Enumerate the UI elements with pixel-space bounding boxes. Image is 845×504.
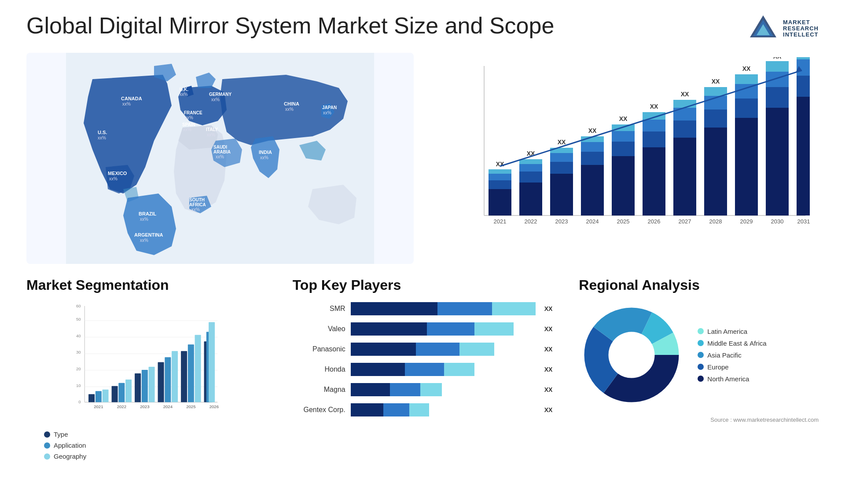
donut-chart-svg <box>579 302 684 408</box>
svg-rect-38 <box>489 189 511 215</box>
svg-text:CHINA: CHINA <box>284 101 299 106</box>
svg-text:xx%: xx% <box>216 154 224 159</box>
svg-text:ARGENTINA: ARGENTINA <box>134 232 163 237</box>
logo: MARKET RESEARCH INTELLECT <box>748 13 819 44</box>
svg-rect-63 <box>612 142 635 156</box>
svg-rect-81 <box>704 110 727 128</box>
dot-latin-america <box>698 328 704 334</box>
svg-text:XX: XX <box>742 65 751 72</box>
hbar-label-3: Honda <box>293 365 345 373</box>
svg-text:FRANCE: FRANCE <box>184 110 202 115</box>
hbar-track-3 <box>351 363 536 376</box>
legend-europe: Europe <box>698 363 766 371</box>
segmentation-section: Market Segmentation 0 10 20 30 40 50 60 <box>26 277 266 460</box>
legend-north-america: North America <box>698 375 766 383</box>
hbar-track-2 <box>351 343 536 356</box>
hbar-label-1: Valeo <box>293 325 345 333</box>
svg-rect-77 <box>673 100 696 108</box>
svg-rect-99 <box>797 76 810 97</box>
legend-dot-geography <box>44 453 50 460</box>
svg-text:MEXICO: MEXICO <box>108 171 127 176</box>
svg-rect-130 <box>142 370 148 402</box>
svg-rect-58 <box>581 142 604 152</box>
page: Global Digital Mirror System Market Size… <box>0 0 845 504</box>
svg-text:2021: 2021 <box>494 218 507 225</box>
svg-text:xx%: xx% <box>285 107 294 112</box>
legend-label-type: Type <box>54 431 68 438</box>
svg-text:10: 10 <box>76 383 81 388</box>
hbar-seg-3-1 <box>405 363 444 376</box>
svg-rect-52 <box>550 153 573 162</box>
svg-text:xx%: xx% <box>109 176 118 181</box>
hbar-label-2: Panasonic <box>293 345 345 353</box>
segmentation-title: Market Segmentation <box>26 277 266 293</box>
page-title: Global Digital Mirror System Market Size… <box>26 13 554 38</box>
logo-icon <box>748 13 779 44</box>
svg-text:SAUDI: SAUDI <box>213 145 227 150</box>
svg-rect-137 <box>181 351 187 402</box>
hbar-track-5 <box>351 403 536 416</box>
svg-rect-46 <box>519 164 542 172</box>
svg-text:xx%: xx% <box>122 102 131 106</box>
svg-rect-129 <box>135 373 141 402</box>
svg-rect-71 <box>643 112 665 120</box>
svg-text:xx%: xx% <box>260 155 268 160</box>
logo-line3: INTELLECT <box>783 32 819 38</box>
svg-text:2030: 2030 <box>771 218 784 225</box>
hbar-seg-1-0 <box>351 322 427 336</box>
hbar-row-magna: MagnaXX <box>293 383 553 396</box>
svg-text:xx%: xx% <box>98 135 106 140</box>
label-europe: Europe <box>707 363 728 371</box>
svg-text:2025: 2025 <box>617 218 630 225</box>
header: Global Digital Mirror System Market Size… <box>26 13 819 44</box>
svg-rect-101 <box>797 57 810 59</box>
hbar-value-5: XX <box>544 406 553 413</box>
svg-text:SOUTH: SOUTH <box>189 197 205 202</box>
svg-text:GERMANY: GERMANY <box>209 92 231 97</box>
hbar-seg-2-2 <box>459 343 494 356</box>
logo-line2: RESEARCH <box>783 26 819 32</box>
hbar-label-0: SMR <box>293 305 345 313</box>
svg-rect-87 <box>735 99 758 118</box>
svg-text:xx%: xx% <box>180 92 188 97</box>
svg-text:2031: 2031 <box>797 218 810 225</box>
hbar-seg-3-0 <box>351 363 405 376</box>
legend-dot-type <box>44 431 50 438</box>
legend-dot-application <box>44 442 50 449</box>
svg-rect-86 <box>735 118 758 215</box>
svg-text:ARABIA: ARABIA <box>213 150 231 154</box>
svg-text:2022: 2022 <box>525 218 537 225</box>
svg-text:2022: 2022 <box>117 404 126 409</box>
svg-text:xx%: xx% <box>140 217 148 222</box>
svg-text:xx%: xx% <box>185 115 193 120</box>
svg-text:2023: 2023 <box>555 218 568 225</box>
svg-text:CANADA: CANADA <box>121 96 142 101</box>
dot-middle-east <box>698 340 704 346</box>
svg-text:XX: XX <box>712 78 720 85</box>
svg-rect-93 <box>766 87 789 108</box>
svg-rect-139 <box>195 335 201 402</box>
svg-rect-75 <box>673 121 696 138</box>
hbar-seg-2-0 <box>351 343 416 356</box>
svg-text:50: 50 <box>76 317 81 321</box>
svg-text:2024: 2024 <box>586 218 599 225</box>
logo-text: MARKET RESEARCH INTELLECT <box>783 19 819 38</box>
svg-text:xx%: xx% <box>191 207 200 212</box>
svg-rect-122 <box>96 391 102 402</box>
hbar-seg-4-2 <box>420 383 442 396</box>
svg-text:40: 40 <box>76 333 81 338</box>
svg-text:U.S.: U.S. <box>98 130 107 135</box>
svg-rect-134 <box>165 357 171 402</box>
svg-rect-68 <box>643 147 665 215</box>
hbar-seg-0-2 <box>492 302 536 315</box>
hbar-row-valeo: ValeoXX <box>293 322 553 336</box>
svg-text:AFRICA: AFRICA <box>189 202 206 207</box>
svg-rect-45 <box>519 172 542 183</box>
svg-text:60: 60 <box>76 303 81 308</box>
svg-rect-57 <box>581 152 604 165</box>
hbar-seg-5-1 <box>383 403 409 416</box>
svg-text:2027: 2027 <box>679 218 691 225</box>
svg-rect-89 <box>735 74 758 84</box>
hbar-value-1: XX <box>544 325 553 332</box>
svg-rect-40 <box>489 174 511 180</box>
